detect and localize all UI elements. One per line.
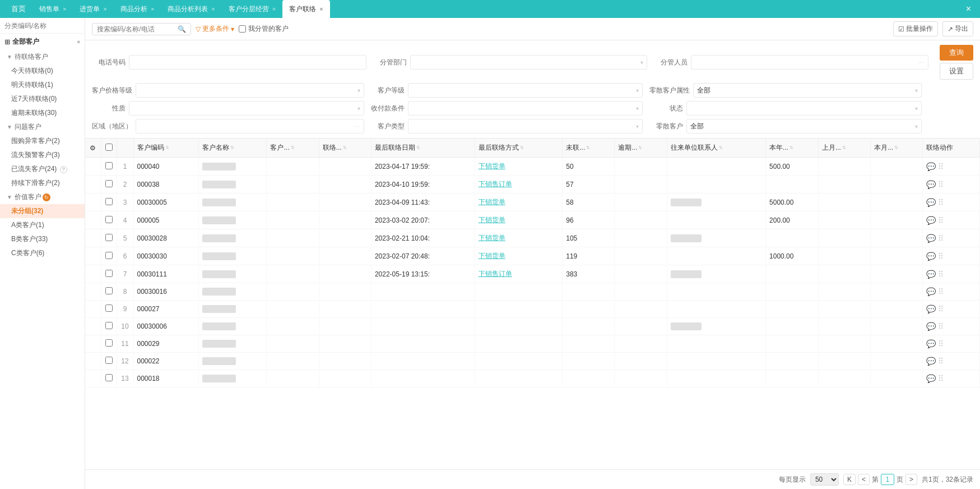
price-grade-select[interactable]: ▾ — [136, 83, 364, 98]
more-icon[interactable]: ⠿ — [938, 357, 944, 366]
row-checkbox[interactable] — [105, 287, 113, 294]
more-icon[interactable]: ⠿ — [938, 162, 944, 171]
prev-page-button[interactable]: < — [858, 474, 870, 485]
person-input[interactable]: ··· — [691, 55, 928, 70]
first-page-button[interactable]: K — [843, 474, 856, 485]
more-icon[interactable]: ⠿ — [938, 234, 944, 243]
row-checkbox[interactable] — [105, 339, 113, 347]
query-button[interactable]: 查询 — [940, 45, 973, 61]
more-conditions-button[interactable]: ▽ 更多条件 ▾ — [196, 24, 234, 34]
customer-type-select[interactable]: ▾ — [408, 119, 643, 133]
page-size-select[interactable]: 50 100 200 — [810, 473, 839, 486]
nav-tab-3[interactable]: 商品分析列表 × — [161, 0, 221, 18]
col-overdue[interactable]: 逾期...⇅ — [615, 139, 667, 158]
more-icon[interactable]: ⠿ — [938, 180, 944, 189]
message-icon[interactable]: 💬 — [926, 322, 936, 331]
sidebar-item-b-class[interactable]: B类客户(33) — [0, 232, 85, 246]
sidebar-group-value[interactable]: ▼ 价值客户 ↻ — [0, 190, 85, 204]
last-method-link[interactable]: 下销货单 — [479, 234, 505, 242]
dept-select[interactable]: ▾ — [410, 55, 648, 70]
select-all-checkbox[interactable] — [105, 144, 113, 151]
row-checkbox[interactable] — [105, 322, 113, 329]
last-method-link[interactable]: 下销售订单 — [479, 270, 512, 278]
scatter-select[interactable]: 全部 ▾ — [686, 119, 922, 133]
sidebar-item-a-class[interactable]: A类客户(1) — [0, 218, 85, 232]
close-icon-0[interactable]: × — [63, 6, 66, 12]
next-page-button[interactable]: > — [905, 474, 917, 485]
row-checkbox[interactable] — [105, 357, 113, 364]
more-icon[interactable]: ⠿ — [938, 252, 944, 261]
refresh-badge[interactable]: ↻ — [43, 193, 50, 201]
message-icon[interactable]: 💬 — [926, 357, 936, 366]
close-icon-3[interactable]: × — [211, 6, 215, 12]
row-checkbox[interactable] — [105, 216, 113, 223]
sidebar-item-7days[interactable]: 近7天待联络(0) — [0, 92, 85, 106]
customer-grade-select[interactable]: ▾ — [408, 83, 643, 98]
message-icon[interactable]: 💬 — [926, 198, 936, 207]
region-input[interactable]: ··· — [136, 119, 364, 133]
sidebar-item-hoarding[interactable]: 囤购异常客户(2) — [0, 134, 85, 148]
sidebar-item-ungroup[interactable]: 未分组(32) — [0, 204, 85, 218]
more-icon[interactable]: ⠿ — [938, 287, 944, 296]
message-icon[interactable]: 💬 — [926, 180, 936, 189]
col-thisyear[interactable]: 本年...⇅ — [766, 139, 819, 158]
close-icon-4[interactable]: × — [272, 6, 276, 12]
col-nocontact[interactable]: 未联...⇅ — [563, 139, 615, 158]
message-icon[interactable]: 💬 — [926, 374, 936, 383]
last-method-link[interactable]: 下销货单 — [479, 216, 505, 224]
close-icon-2[interactable]: × — [151, 6, 154, 12]
nav-tab-2[interactable]: 商品分析 × — [114, 0, 161, 18]
current-page[interactable]: 1 — [881, 474, 894, 485]
last-method-link[interactable]: 下销货单 — [479, 198, 505, 206]
sidebar-group-pending[interactable]: ▼ 待联络客户 — [0, 50, 85, 64]
close-icon-1[interactable]: × — [103, 6, 106, 12]
message-icon[interactable]: 💬 — [926, 234, 936, 243]
message-icon[interactable]: 💬 — [926, 339, 936, 348]
row-checkbox[interactable] — [105, 234, 113, 241]
more-icon[interactable]: ⠿ — [938, 374, 944, 383]
nav-tab-0[interactable]: 销售单 × — [32, 0, 73, 18]
row-checkbox[interactable] — [105, 252, 113, 259]
reset-button[interactable]: 设置 — [940, 63, 973, 80]
sidebar-item-declining[interactable]: 持续下滑客户(2) — [0, 176, 85, 190]
sidebar-all-customers[interactable]: ⊞ 全部客户 « — [0, 34, 85, 50]
message-icon[interactable]: 💬 — [926, 162, 936, 171]
message-icon[interactable]: 💬 — [926, 270, 936, 279]
row-checkbox[interactable] — [105, 162, 113, 169]
nav-home[interactable]: 首页 — [4, 4, 32, 14]
last-method-link[interactable]: 下销货单 — [479, 252, 505, 260]
nature-select[interactable]: ▾ — [129, 101, 364, 116]
row-checkbox[interactable] — [105, 180, 113, 187]
col-settings[interactable]: ⚙ — [85, 139, 101, 158]
row-checkbox[interactable] — [105, 374, 113, 381]
more-icon[interactable]: ⠿ — [938, 305, 944, 313]
more-icon[interactable]: ⠿ — [938, 322, 944, 331]
phone-input[interactable] — [129, 55, 366, 70]
col-type[interactable]: 客户...⇅ — [267, 139, 319, 158]
close-icon-5[interactable]: × — [319, 6, 323, 12]
payment-select[interactable]: ▾ — [408, 101, 643, 116]
message-icon[interactable]: 💬 — [926, 216, 936, 225]
sidebar-group-problem[interactable]: ▼ 问题客户 — [0, 120, 85, 134]
sidebar-search-input[interactable] — [4, 22, 85, 30]
more-icon[interactable]: ⠿ — [938, 198, 944, 207]
scatter-attr-select[interactable]: 全部 ▾ — [693, 83, 922, 98]
sidebar-item-today[interactable]: 今天待联络(0) — [0, 64, 85, 78]
row-checkbox[interactable] — [105, 198, 113, 205]
sidebar-item-churned[interactable]: 已流失客户(24) ? — [0, 162, 85, 176]
col-lastmethod[interactable]: 最后联络方式⇅ — [475, 139, 562, 158]
status-select[interactable]: ▾ — [686, 101, 922, 116]
col-contact[interactable]: 联络...⇅ — [319, 139, 371, 158]
export-button[interactable]: ↗ 导出 — [942, 21, 973, 36]
message-icon[interactable]: 💬 — [926, 305, 936, 313]
sidebar-item-tomorrow[interactable]: 明天待联络(1) — [0, 78, 85, 92]
col-lastdate[interactable]: 最后联络日期⇅ — [371, 139, 475, 158]
last-method-link[interactable]: 下销货单 — [479, 162, 505, 170]
more-icon[interactable]: ⠿ — [938, 339, 944, 348]
col-code[interactable]: 客户编码⇅ — [133, 139, 199, 158]
nav-tab-4[interactable]: 客户分层经营 × — [222, 0, 282, 18]
nav-tab-1[interactable]: 进货单 × — [73, 0, 113, 18]
col-partner[interactable]: 往来单位联系人⇅ — [667, 139, 765, 158]
more-icon[interactable]: ⠿ — [938, 216, 944, 225]
nav-tab-5[interactable]: 客户联络 × — [282, 0, 329, 18]
